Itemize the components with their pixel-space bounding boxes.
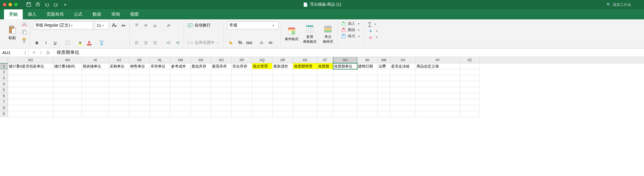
cell-AQ9[interactable] (252, 111, 273, 117)
row-header-1[interactable]: 1 (0, 63, 8, 69)
save-icon[interactable] (26, 2, 31, 7)
col-header-AH[interactable]: AH (53, 57, 82, 63)
cell-AQ1[interactable]: 批次管理 (252, 63, 273, 69)
cell-AI1[interactable]: 报表辅单位 (82, 63, 109, 69)
comma-button[interactable]: 000 (246, 39, 253, 46)
cell-AK3[interactable] (129, 75, 150, 81)
cell-AZ9[interactable] (460, 111, 480, 117)
align-left-icon[interactable] (133, 39, 140, 46)
col-header-AQ[interactable]: AQ (252, 57, 273, 63)
cell-AV7[interactable] (357, 99, 378, 105)
clear-button[interactable]: ▾ (368, 34, 380, 40)
cell-AY5[interactable] (416, 87, 460, 93)
align-right-icon[interactable] (151, 39, 159, 46)
cell-AL8[interactable] (150, 105, 170, 111)
row-header-7[interactable]: 7 (0, 99, 8, 105)
cell-AK8[interactable] (129, 105, 150, 111)
bold-button[interactable]: B (33, 39, 41, 46)
cell-AR4[interactable] (273, 81, 293, 87)
cell-AW9[interactable] (378, 111, 390, 117)
cell-AK7[interactable] (129, 99, 150, 105)
col-header-AW[interactable]: AW (378, 57, 390, 63)
cell-AP9[interactable] (232, 111, 252, 117)
cell-AX7[interactable] (390, 99, 416, 105)
cell-AY3[interactable] (416, 75, 460, 81)
cell-AI7[interactable] (82, 99, 109, 105)
col-header-AM[interactable]: AM (170, 57, 191, 63)
cell-AI4[interactable] (82, 81, 109, 87)
minimize-window-button[interactable] (9, 3, 12, 6)
cell-AO8[interactable] (211, 105, 232, 111)
cell-AU7[interactable] (333, 99, 357, 105)
cell-AZ2[interactable] (460, 69, 480, 75)
col-header-AU[interactable]: AU (333, 57, 357, 63)
cell-AY4[interactable] (416, 81, 460, 87)
cell-AM2[interactable] (170, 69, 191, 75)
row-header-2[interactable]: 2 (0, 69, 8, 75)
cell-AJ2[interactable] (109, 69, 129, 75)
align-bottom-icon[interactable] (151, 22, 159, 29)
cell-AX3[interactable] (390, 75, 416, 81)
cell-AX8[interactable] (390, 105, 416, 111)
cell-AG3[interactable] (8, 75, 53, 81)
cell-AR2[interactable] (273, 69, 293, 75)
cell-AV4[interactable] (357, 81, 378, 87)
cell-AS5[interactable] (293, 87, 317, 93)
cell-AS3[interactable] (293, 75, 317, 81)
cell-AO7[interactable] (211, 99, 232, 105)
paste-button[interactable]: 粘贴 (5, 21, 19, 44)
cell-AK5[interactable] (129, 87, 150, 93)
cell-AV5[interactable] (357, 87, 378, 93)
cell-AG9[interactable] (8, 111, 53, 117)
cell-AS8[interactable] (293, 105, 317, 111)
cell-AU3[interactable] (333, 75, 357, 81)
cell-AT4[interactable] (317, 81, 333, 87)
cell-AS6[interactable] (293, 93, 317, 99)
cell-AT7[interactable] (317, 99, 333, 105)
copy-icon[interactable] (22, 29, 27, 36)
cell-AJ7[interactable] (109, 99, 129, 105)
cell-AN3[interactable] (191, 75, 211, 81)
cell-AZ6[interactable] (460, 93, 480, 99)
cell-AL9[interactable] (150, 111, 170, 117)
decrease-font-icon[interactable]: A▾ (120, 22, 127, 29)
redo-icon[interactable] (53, 2, 59, 7)
cell-AM7[interactable] (170, 99, 191, 105)
cell-AH5[interactable] (53, 87, 82, 93)
cell-AM3[interactable] (170, 75, 191, 81)
cell-AQ7[interactable] (252, 99, 273, 105)
tab-页面布局[interactable]: 页面布局 (41, 9, 69, 19)
cell-AZ1[interactable] (460, 63, 480, 69)
cell-AL7[interactable] (150, 99, 170, 105)
cell-AN1[interactable]: 最低库存 (191, 63, 211, 69)
cell-AW1[interactable]: 运费 (378, 63, 390, 69)
italic-button[interactable]: I (42, 39, 50, 46)
fx-icon[interactable]: fx (47, 50, 50, 55)
cell-AL4[interactable] (150, 81, 170, 87)
font-name-combo[interactable]: 等线 Regular (正文)▾ (33, 21, 93, 29)
tab-开始[interactable]: 开始 (4, 9, 23, 19)
cell-AQ2[interactable] (252, 69, 273, 75)
cell-AS7[interactable] (293, 99, 317, 105)
table-format-button[interactable]: 套用 表格格式 (303, 24, 317, 44)
cell-AW2[interactable] (378, 69, 390, 75)
col-header-AG[interactable]: AG (8, 57, 53, 63)
cell-AX2[interactable] (390, 69, 416, 75)
zoom-window-button[interactable] (14, 3, 18, 6)
grid[interactable]: 123456789 辅计量4是否包装单位辅计量4条码报表辅单位采购单位销售单位库… (0, 63, 644, 117)
cell-AL2[interactable] (150, 69, 170, 75)
cell-AI8[interactable] (82, 105, 109, 111)
cell-AM4[interactable] (170, 81, 191, 87)
cell-AG4[interactable] (8, 81, 53, 87)
cell-AT8[interactable] (317, 105, 333, 111)
cell-AH1[interactable]: 辅计量4条码 (53, 63, 82, 69)
print-icon[interactable] (35, 2, 40, 7)
increase-indent-icon[interactable] (174, 39, 181, 46)
format-cells-button[interactable]: 格式▾ (341, 34, 362, 39)
tab-数据[interactable]: 数据 (88, 9, 106, 19)
cell-AH9[interactable] (53, 111, 82, 117)
cell-AI6[interactable] (82, 93, 109, 99)
cell-AO3[interactable] (211, 75, 232, 81)
cell-AX1[interactable]: 是否走冻链 (390, 63, 416, 69)
undo-icon[interactable] (44, 2, 49, 7)
